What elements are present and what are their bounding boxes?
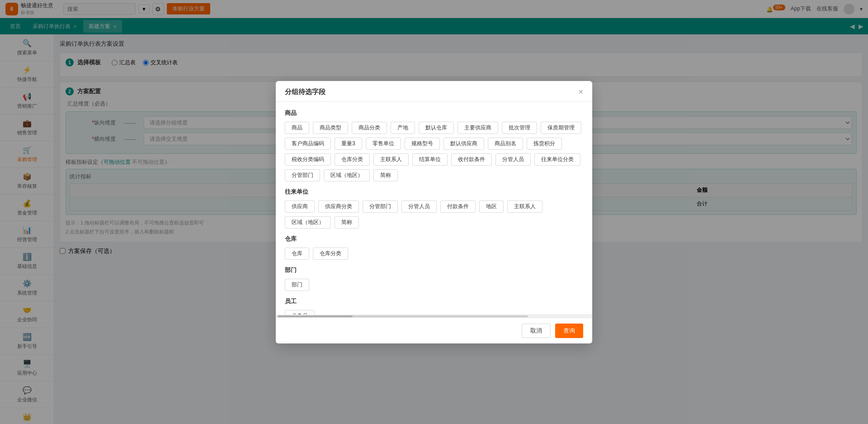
field-tag-product-category[interactable]: 商品分类	[352, 122, 387, 134]
field-tag-warehouse[interactable]: 仓库	[285, 248, 309, 260]
field-tags-counterparty: 供应商 供应商分类 分管部门 分管人员 付款条件 地区 主联系人 区域（地区） …	[285, 200, 583, 229]
group-title-dept: 部门	[285, 266, 583, 274]
field-tags-product: 商品 商品类型 商品分类 产地 默认仓库 主要供应商 批次管理 保质期管理 客户…	[285, 122, 583, 181]
field-tag-dept-manage2[interactable]: 分管部门	[363, 200, 398, 213]
field-tag-salesperson[interactable]: 业务员	[285, 310, 315, 315]
field-tags-staff: 业务员	[285, 310, 583, 315]
field-tags-dept: 部门	[285, 279, 583, 291]
field-tag-settlement-unit[interactable]: 结算单位	[412, 153, 448, 166]
field-tag-dept[interactable]: 部门	[285, 279, 309, 291]
field-tag-short-name-product[interactable]: 简称	[373, 169, 398, 181]
field-tag-weight3[interactable]: 重量3	[335, 138, 362, 150]
field-tag-payment-condition[interactable]: 付款条件	[440, 200, 476, 213]
field-tag-pick-points[interactable]: 拣货积分	[527, 138, 562, 150]
field-tags-warehouse: 仓库 仓库分类	[285, 248, 583, 260]
group-title-staff: 员工	[285, 297, 583, 305]
field-tag-expiry-mgmt[interactable]: 保质期管理	[541, 122, 581, 134]
field-tag-warehouse-cat[interactable]: 仓库分类	[313, 248, 348, 260]
field-tag-product-type[interactable]: 商品类型	[313, 122, 348, 134]
modal-title: 分组待选字段	[285, 88, 326, 96]
field-tag-dept-manage[interactable]: 分管部门	[285, 169, 320, 181]
field-tag-supplier[interactable]: 供应商	[285, 200, 315, 213]
field-tag-warehouse-category[interactable]: 仓库分类	[335, 153, 370, 166]
field-tag-short-name-cp[interactable]: 简称	[335, 216, 359, 229]
field-tag-region-cp[interactable]: 区域（地区）	[285, 216, 331, 229]
field-select-modal: 分组待选字段 × 商品 商品 商品类型 商品分类 产地 默认仓库 主要供应商 批…	[276, 81, 592, 343]
field-tag-default-warehouse[interactable]: 默认仓库	[419, 122, 454, 134]
field-tag-spec-model[interactable]: 规格型号	[405, 138, 440, 150]
field-tag-payment-terms[interactable]: 收付款条件	[451, 153, 492, 166]
field-tag-tax-class-code[interactable]: 税收分类编码	[285, 153, 331, 166]
group-title-warehouse: 仓库	[285, 235, 583, 243]
field-tag-supplier-category[interactable]: 供应商分类	[318, 200, 359, 213]
field-tag-region-product[interactable]: 区域（地区）	[324, 169, 370, 181]
field-tag-manager2[interactable]: 分管人员	[401, 200, 437, 213]
field-tag-product[interactable]: 商品	[285, 122, 309, 134]
group-title-counterparty: 往来单位	[285, 188, 583, 196]
field-tag-default-supplier[interactable]: 默认供应商	[443, 138, 484, 150]
modal-header: 分组待选字段 ×	[276, 81, 592, 102]
modal-confirm-btn[interactable]: 查询	[555, 324, 583, 338]
field-tag-main-supplier[interactable]: 主要供应商	[458, 122, 498, 134]
field-tag-origin[interactable]: 产地	[391, 122, 415, 134]
modal-cancel-btn[interactable]: 取消	[522, 324, 551, 338]
field-tag-counterparty-category[interactable]: 往来单位分类	[534, 153, 580, 166]
modal-close-btn[interactable]: ×	[578, 87, 583, 97]
field-tag-area[interactable]: 地区	[479, 200, 504, 213]
field-tag-customer-product-code[interactable]: 客户商品编码	[285, 138, 331, 150]
modal-footer: 取消 查询	[276, 318, 592, 343]
field-tag-manager[interactable]: 分管人员	[495, 153, 531, 166]
modal-overlay: 分组待选字段 × 商品 商品 商品类型 商品分类 产地 默认仓库 主要供应商 批…	[0, 0, 868, 424]
field-tag-main-contact[interactable]: 主联系人	[373, 153, 409, 166]
group-title-product: 商品	[285, 109, 583, 117]
field-tag-retail-unit[interactable]: 零售单位	[366, 138, 401, 150]
modal-body: 商品 商品 商品类型 商品分类 产地 默认仓库 主要供应商 批次管理 保质期管理…	[276, 102, 592, 315]
field-tag-batch-mgmt[interactable]: 批次管理	[502, 122, 537, 134]
field-tag-product-alias[interactable]: 商品别名	[488, 138, 523, 150]
field-tag-main-contact2[interactable]: 主联系人	[507, 200, 542, 213]
